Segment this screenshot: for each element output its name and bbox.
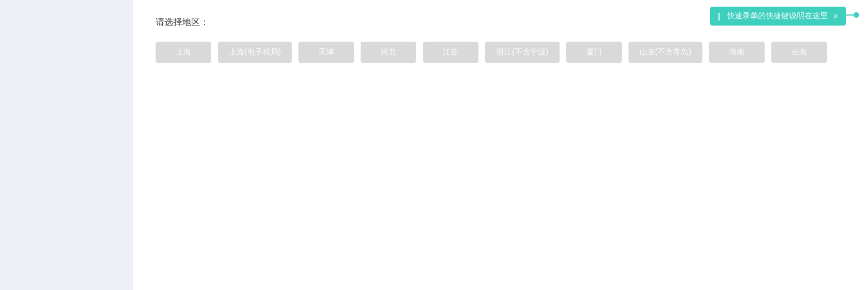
tooltip-close-button[interactable]: × xyxy=(834,12,838,21)
region-button-hebei[interactable]: 河北 xyxy=(361,42,416,63)
region-button-yunnan[interactable]: 云南 xyxy=(771,42,827,63)
region-button-jiangsu[interactable]: 江苏 xyxy=(423,42,478,63)
region-button-hainan[interactable]: 海南 xyxy=(709,42,765,63)
region-button-zhejiang[interactable]: 浙江(不含宁波) xyxy=(485,42,559,63)
tooltip-dot xyxy=(854,12,859,18)
tooltip-banner: 快速录单的快捷键说明在这里 × xyxy=(710,7,846,26)
region-button-shanghai[interactable]: 上海 xyxy=(156,42,211,63)
main-content: 请选择地区： 上海上海(电子税局)天津河北江苏浙江(不含宁波)厦门山东(不含青岛… xyxy=(133,0,868,290)
region-button-xiamen[interactable]: 厦门 xyxy=(566,42,622,63)
region-button-shanghai-etax[interactable]: 上海(电子税局) xyxy=(218,42,292,63)
region-button-shandong[interactable]: 山东(不含青岛) xyxy=(628,42,702,63)
sidebar xyxy=(0,0,133,290)
region-grid: 上海上海(电子税局)天津河北江苏浙江(不含宁波)厦门山东(不含青岛)海南云南 xyxy=(156,42,846,63)
region-button-tianjin[interactable]: 天津 xyxy=(298,42,354,63)
tooltip-line xyxy=(844,14,854,16)
tooltip-text: 快速录单的快捷键说明在这里 xyxy=(727,11,828,21)
